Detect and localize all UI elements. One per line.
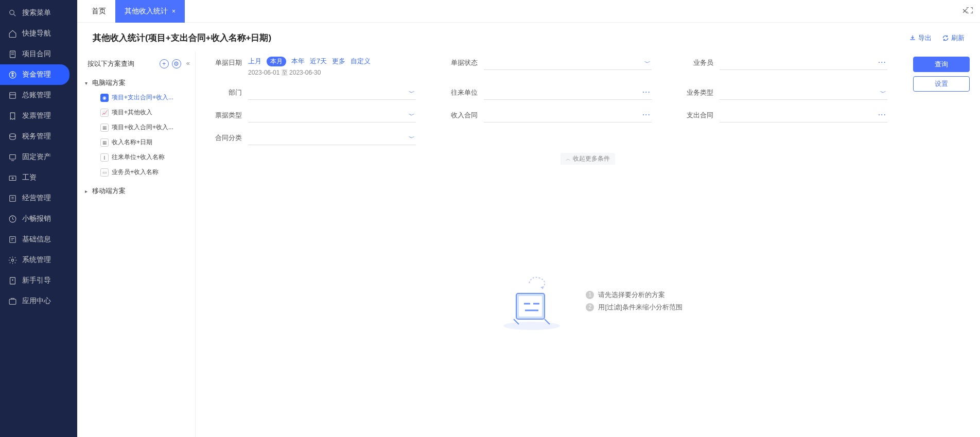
more-icon: ···: [642, 88, 651, 97]
mgmt-icon: [8, 194, 17, 203]
tabs-bar: 首页 其他收入统计× ✕: [77, 0, 980, 23]
select-dept[interactable]: ﹀: [248, 86, 416, 100]
field-dept: 部门 ﹀: [206, 86, 416, 100]
select-partner[interactable]: ···: [484, 86, 652, 100]
query-button[interactable]: 查询: [913, 57, 970, 72]
date-opt[interactable]: 更多: [332, 57, 345, 66]
tree-item-label: 项目+收入合同+收入...: [112, 123, 173, 132]
system-icon: [8, 255, 17, 265]
svg-rect-6: [9, 92, 15, 98]
tree-item[interactable]: ◉项目+支出合同+收入...: [85, 90, 195, 105]
settings-button[interactable]: 设置: [913, 76, 970, 92]
tree-group-desktop[interactable]: ▾电脑端方案: [85, 76, 195, 90]
scheme-icon: ⫿: [100, 153, 109, 162]
date-range: 2023-06-01 至 2023-06-30: [248, 68, 416, 77]
tab-other-income[interactable]: 其他收入统计×: [115, 0, 185, 23]
select-doc-status[interactable]: ﹀: [484, 57, 652, 70]
field-label: 支出合同: [677, 109, 713, 120]
date-opt[interactable]: 自定义: [351, 57, 371, 66]
sidebar-item-quicknav[interactable]: 快捷导航: [0, 23, 77, 44]
svg-point-11: [12, 177, 13, 179]
sidebar-label: 搜索菜单: [22, 8, 51, 18]
collapse-conditions-button[interactable]: 收起更多条件: [561, 153, 615, 165]
field-doc-date: 单据日期 上月 本月 本年 近7天 更多 自定义 2023-06-01 至 20…: [206, 57, 416, 77]
date-opt[interactable]: 上月: [248, 57, 261, 66]
expense-icon: [8, 214, 17, 223]
sidebar-item-apps[interactable]: 应用中心: [0, 291, 77, 311]
add-scheme-button[interactable]: +: [160, 59, 169, 68]
sidebar-item-system[interactable]: 系统管理: [0, 250, 77, 270]
collapse-panel-icon[interactable]: «: [184, 59, 190, 68]
date-opt[interactable]: 本年: [291, 57, 305, 66]
fullscreen-icon[interactable]: [966, 6, 974, 16]
main: 首页 其他收入统计× ✕ 其他收入统计(项目+支出合同+收入名称+日期) 导出 …: [77, 0, 980, 437]
more-icon: ···: [878, 58, 886, 67]
tree-item-label: 往来单位+收入名称: [112, 153, 165, 162]
sidebar-item-guide[interactable]: 新手引导: [0, 270, 77, 291]
sidebar-item-expense[interactable]: 小畅报销: [0, 208, 77, 229]
guide-icon: [8, 276, 17, 285]
chevron-down-icon: ﹀: [409, 111, 415, 120]
svg-rect-12: [9, 195, 15, 201]
sidebar-label: 快捷导航: [22, 29, 51, 38]
select-contract-cat[interactable]: ﹀: [248, 132, 416, 145]
sidebar-item-contract[interactable]: 项目合同: [0, 44, 77, 64]
sidebar-item-tax[interactable]: 税务管理: [0, 126, 77, 147]
filters-wrap: 单据日期 上月 本月 本年 近7天 更多 自定义 2023-06-01 至 20…: [196, 51, 980, 437]
contract-icon: [8, 49, 17, 59]
close-icon[interactable]: ×: [172, 8, 176, 15]
field-label: 单据日期: [206, 57, 242, 67]
home-icon: [8, 29, 17, 38]
sidebar-item-info[interactable]: 基础信息: [0, 229, 77, 250]
scheme-header-label: 按以下方案查询: [87, 59, 134, 68]
tree-item[interactable]: ▦收入名称+日期: [85, 135, 195, 150]
tree-group-mobile[interactable]: ▸移动端方案: [85, 184, 195, 198]
field-biz-type: 业务类型 ﹀: [677, 86, 887, 100]
select-income-contract[interactable]: ···: [484, 109, 652, 123]
svg-rect-10: [9, 176, 16, 180]
tab-label: 其他收入统计: [125, 7, 168, 16]
field-label: 往来单位: [442, 86, 478, 97]
field-income-contract: 收入合同 ···: [442, 109, 652, 123]
scheme-icon: 📈: [100, 109, 109, 117]
field-label: 票据类型: [206, 109, 242, 120]
chevron-down-icon: ﹀: [644, 59, 651, 67]
svg-line-1: [13, 14, 15, 16]
sidebar-item-mgmt[interactable]: 经营管理: [0, 188, 77, 208]
export-label: 导出: [918, 33, 932, 43]
scheme-icon: ▦: [100, 138, 109, 147]
scheme-settings-button[interactable]: ⚙: [172, 59, 181, 68]
sidebar-item-search[interactable]: 搜索菜单: [0, 3, 77, 23]
chevron-down-icon: ﹀: [409, 134, 415, 143]
tree-item-label: 项目+支出合同+收入...: [112, 93, 173, 102]
tab-label: 首页: [92, 7, 106, 16]
sidebar: 搜索菜单 快捷导航 项目合同 资金管理 总账管理 发票管理 税务管理 固定资产 …: [0, 0, 77, 437]
date-opt[interactable]: 近7天: [310, 57, 327, 66]
select-invoice-type[interactable]: ﹀: [248, 109, 416, 123]
tree-item-label: 项目+其他收入: [112, 108, 152, 117]
select-expense-contract[interactable]: ···: [720, 109, 887, 123]
select-salesperson[interactable]: ···: [720, 57, 887, 70]
tab-home[interactable]: 首页: [82, 0, 115, 23]
step-number: 2: [586, 303, 594, 311]
sidebar-item-asset[interactable]: 固定资产: [0, 147, 77, 167]
refresh-button[interactable]: 刷新: [942, 33, 965, 43]
date-opt-selected[interactable]: 本月: [267, 57, 286, 66]
tax-icon: [8, 132, 17, 141]
sidebar-item-fund[interactable]: 资金管理: [0, 64, 69, 85]
sidebar-label: 工资: [22, 173, 37, 182]
tree-item[interactable]: 📈项目+其他收入: [85, 105, 195, 120]
sidebar-item-ledger[interactable]: 总账管理: [0, 85, 77, 106]
svg-point-23: [503, 322, 560, 330]
scheme-icon: ▭: [100, 168, 109, 177]
tree-item[interactable]: ▦项目+收入合同+收入...: [85, 120, 195, 135]
field-doc-status: 单据状态 ﹀: [442, 57, 652, 70]
sidebar-item-salary[interactable]: 工资: [0, 167, 77, 188]
svg-rect-25: [519, 296, 542, 317]
select-biz-type[interactable]: ﹀: [720, 86, 887, 100]
tree-item[interactable]: ⫿往来单位+收入名称: [85, 150, 195, 165]
page-header: 其他收入统计(项目+支出合同+收入名称+日期) 导出 刷新: [77, 23, 980, 51]
export-button[interactable]: 导出: [909, 33, 932, 43]
tree-item[interactable]: ▭业务员+收入名称: [85, 165, 195, 180]
sidebar-item-invoice[interactable]: 发票管理: [0, 106, 77, 126]
